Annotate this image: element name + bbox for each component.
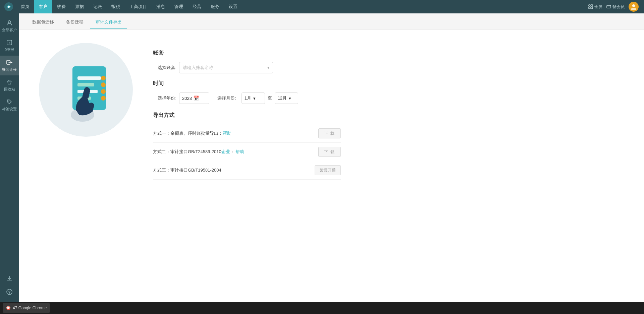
sidebar-label-zero-filing: 0申报 bbox=[5, 47, 14, 52]
export-method-2-help[interactable]: 帮助 bbox=[235, 149, 244, 154]
tabs-bar: 数据包迁移 备份迁移 审计文件导出 bbox=[19, 13, 644, 29]
time-controls: 2023 📅 选择月份: 1月 ▾ 至 12月 ▾ bbox=[179, 92, 298, 104]
section-title-account: 账套 bbox=[153, 50, 341, 57]
nav-business2[interactable]: 经营 bbox=[188, 0, 206, 13]
nav-ticket[interactable]: 票据 bbox=[70, 0, 89, 13]
section-title-time: 时间 bbox=[153, 80, 341, 87]
sidebar-item-migrate[interactable]: 账套迁移 bbox=[0, 56, 19, 75]
account-row: 选择账套: 请输入账套名称 ▾ bbox=[153, 62, 341, 73]
sidebar-item-zero-filing[interactable]: 0 0申报 bbox=[0, 36, 19, 56]
illustration-svg bbox=[56, 56, 116, 123]
sidebar-label-tags: 标签设置 bbox=[2, 107, 17, 112]
top-nav: 首页 客户 收费 票据 记账 报税 工商项目 消息 管理 经营 服务 设置 全屏 bbox=[0, 0, 644, 13]
calendar-icon: 📅 bbox=[193, 96, 199, 101]
time-row: 选择年份: 2023 📅 选择月份: 1月 ▾ 至 bbox=[153, 92, 341, 104]
svg-rect-16 bbox=[77, 76, 101, 80]
tab-data-migrate[interactable]: 数据包迁移 bbox=[27, 13, 59, 29]
nav-home[interactable]: 首页 bbox=[16, 0, 34, 13]
nav-fee[interactable]: 收费 bbox=[52, 0, 70, 13]
export-method-3-label: 方式三：审计接口GB/T19581-2004 bbox=[153, 167, 221, 173]
avatar[interactable] bbox=[629, 2, 639, 12]
export-method-2-label: 方式二：审计接口GB/T24589-2010企业： 帮助 bbox=[153, 149, 244, 155]
sidebar-item-all-customers[interactable]: 全部客户 bbox=[0, 16, 19, 36]
svg-point-20 bbox=[101, 76, 106, 80]
chrome-icon bbox=[6, 306, 11, 310]
enterprise-tag: 企业 bbox=[221, 149, 230, 154]
tab-audit-export[interactable]: 审计文件导出 bbox=[90, 13, 127, 29]
month-start-select[interactable]: 1月 ▾ bbox=[241, 92, 265, 104]
svg-point-12 bbox=[8, 101, 9, 102]
export-method-1-text: 方式一：余额表、序时账批量导出： bbox=[153, 131, 223, 136]
account-label: 选择账套: bbox=[153, 65, 176, 71]
export-method-3-row: 方式三：审计接口GB/T19581-2004 暂缓开通 bbox=[153, 161, 341, 180]
svg-rect-4 bbox=[589, 7, 590, 9]
illustration bbox=[39, 43, 133, 137]
tab-backup-migrate[interactable]: 备份迁移 bbox=[61, 13, 89, 29]
page-inner: 账套 选择账套: 请输入账套名称 ▾ 时间 选择年份: bbox=[19, 29, 644, 302]
fullscreen-label: 全屏 bbox=[594, 4, 602, 10]
nav-bookkeep[interactable]: 记账 bbox=[89, 0, 107, 13]
main-layout: 全部客户 0 0申报 账套迁移 回收站 bbox=[0, 13, 644, 302]
svg-point-8 bbox=[8, 21, 11, 23]
nav-customer[interactable]: 客户 bbox=[34, 0, 52, 13]
sidebar-label-migrate: 账套迁移 bbox=[2, 67, 17, 72]
form-area: 账套 选择账套: 请输入账套名称 ▾ 时间 选择年份: bbox=[153, 43, 341, 180]
sidebar-label-recycle: 回收站 bbox=[4, 87, 15, 92]
account-select[interactable]: 请输入账套名称 ▾ bbox=[179, 62, 273, 73]
month-label: 选择月份: bbox=[217, 95, 236, 101]
month-start-chevron: ▾ bbox=[253, 96, 256, 101]
month-end-chevron: ▾ bbox=[289, 96, 291, 101]
sidebar-label-all-customers: 全部客户 bbox=[2, 27, 17, 33]
year-input[interactable]: 2023 📅 bbox=[179, 92, 209, 104]
vip-button[interactable]: 畅会员 bbox=[606, 4, 625, 10]
chrome-label: 47 Google Chrome bbox=[13, 306, 47, 310]
nav-settings[interactable]: 设置 bbox=[224, 0, 242, 13]
taskbar-chrome[interactable]: 47 Google Chrome bbox=[3, 303, 50, 313]
sidebar-bottom-help[interactable]: ? bbox=[0, 286, 19, 298]
year-label: 选择年份: bbox=[153, 95, 176, 101]
export-method-1-help[interactable]: 帮助 bbox=[223, 131, 231, 136]
sidebar-item-tags[interactable]: 标签设置 bbox=[0, 95, 19, 115]
account-placeholder: 请输入账套名称 bbox=[183, 65, 267, 71]
year-value: 2023 bbox=[182, 96, 192, 101]
sidebar-item-recycle[interactable]: 回收站 bbox=[0, 75, 19, 95]
export-method-2-text: 方式二：审计接口GB/T24589-2010 bbox=[153, 149, 221, 154]
svg-text:?: ? bbox=[8, 290, 11, 294]
nav-service[interactable]: 服务 bbox=[206, 0, 224, 13]
nav-business[interactable]: 工商项目 bbox=[125, 0, 152, 13]
export-method-3-soon-button[interactable]: 暂缓开通 bbox=[315, 165, 341, 175]
logo[interactable] bbox=[3, 1, 15, 13]
sidebar-bottom-download[interactable] bbox=[0, 272, 19, 285]
svg-point-21 bbox=[101, 82, 106, 87]
nav-tax[interactable]: 报税 bbox=[107, 0, 125, 13]
chevron-down-icon: ▾ bbox=[267, 65, 269, 70]
section-title-export: 导出方式 bbox=[153, 112, 341, 119]
nav-manage[interactable]: 管理 bbox=[170, 0, 188, 13]
page-content: 账套 选择账套: 请输入账套名称 ▾ 时间 选择年份: bbox=[19, 29, 644, 302]
export-method-1-row: 方式一：余额表、序时账批量导出：帮助 下 载 bbox=[153, 124, 341, 143]
svg-rect-5 bbox=[591, 7, 593, 9]
svg-rect-2 bbox=[589, 5, 590, 6]
export-method-2-row: 方式二：审计接口GB/T24589-2010企业： 帮助 下 载 bbox=[153, 143, 341, 161]
export-method-2-download-button[interactable]: 下 载 bbox=[318, 147, 341, 157]
vip-label: 畅会员 bbox=[612, 4, 625, 10]
export-method-1-download-button[interactable]: 下 载 bbox=[318, 128, 341, 138]
export-section: 导出方式 方式一：余额表、序时账批量导出：帮助 下 载 方式二：审计接口GB/T… bbox=[153, 112, 341, 180]
svg-point-1 bbox=[8, 6, 10, 8]
svg-text:0: 0 bbox=[9, 42, 10, 45]
svg-point-7 bbox=[632, 4, 635, 7]
svg-rect-3 bbox=[591, 5, 593, 6]
fullscreen-button[interactable]: 全屏 bbox=[588, 4, 602, 10]
top-nav-right: 全屏 畅会员 bbox=[588, 2, 639, 12]
sidebar-bottom: ? bbox=[0, 272, 19, 302]
month-start-value: 1月 bbox=[245, 95, 251, 101]
svg-rect-17 bbox=[77, 83, 94, 86]
content-area: 数据包迁移 备份迁移 审计文件导出 bbox=[19, 13, 644, 302]
taskbar: 47 Google Chrome bbox=[0, 302, 644, 314]
sidebar: 全部客户 0 0申报 账套迁移 回收站 bbox=[0, 13, 19, 302]
nav-message[interactable]: 消息 bbox=[152, 0, 170, 13]
month-end-select[interactable]: 12月 ▾ bbox=[275, 92, 298, 104]
export-method-2-colon: ： bbox=[230, 149, 234, 154]
svg-point-22 bbox=[101, 89, 106, 94]
svg-point-23 bbox=[101, 96, 106, 101]
